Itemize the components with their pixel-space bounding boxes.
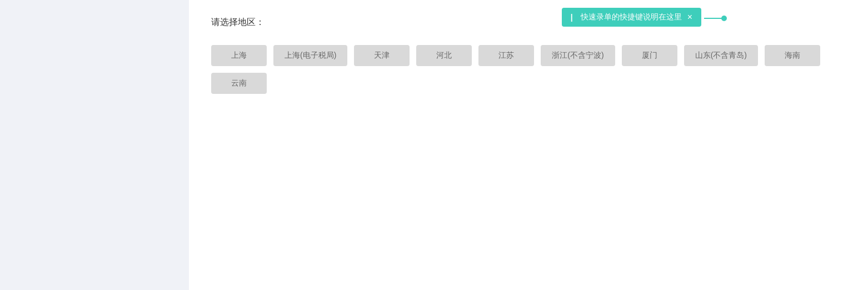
tooltip-dot	[721, 16, 727, 21]
left-sidebar	[0, 0, 189, 290]
region-button-xiamen[interactable]: 厦门	[622, 45, 677, 66]
region-button-yunnan[interactable]: 云南	[211, 73, 267, 94]
region-button-jiangsu[interactable]: 江苏	[478, 45, 534, 66]
region-button-zhejiang[interactable]: 浙江(不含宁波)	[541, 45, 615, 66]
tooltip-banner: 快速录单的快捷键说明在这里 ×	[562, 8, 701, 27]
region-button-shanghai[interactable]: 上海	[211, 45, 267, 66]
region-button-shandong[interactable]: 山东(不含青岛)	[684, 45, 758, 66]
region-button-shanghai-etax[interactable]: 上海(电子税局)	[273, 45, 347, 66]
region-button-hebei[interactable]: 河北	[416, 45, 472, 66]
tooltip-close-button[interactable]: ×	[687, 12, 692, 22]
tooltip-text: 快速录单的快捷键说明在这里	[581, 12, 682, 22]
main-content: 请选择地区： 上海上海(电子税局)天津河北江苏浙江(不含宁波)厦门山东(不含青岛…	[189, 0, 868, 290]
page-title: 请选择地区：	[211, 17, 846, 28]
region-buttons: 上海上海(电子税局)天津河北江苏浙江(不含宁波)厦门山东(不含青岛)海南云南	[211, 45, 846, 94]
region-button-tianjin[interactable]: 天津	[354, 45, 410, 66]
region-button-hainan[interactable]: 海南	[765, 45, 820, 66]
